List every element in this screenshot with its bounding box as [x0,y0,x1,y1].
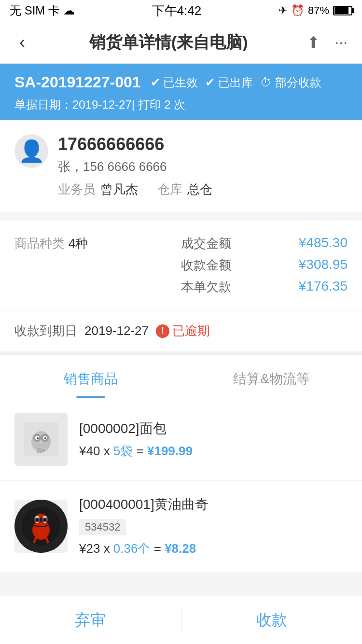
stats-left: 商品种类 4种 [14,235,181,257]
svg-rect-17 [33,518,49,522]
product-types-item: 商品种类 4种 [14,235,181,252]
due-date: 2019-12-27 [84,323,149,338]
alarm-icon: ⏰ [291,4,304,17]
customer-info: 17666666666 张，156 6666 6666 业务员 曾凡杰 仓库 总… [58,134,348,198]
cookie-thumb-svg [22,507,60,546]
owed-amount-value: ¥176.35 [299,279,348,295]
badge-shipped: ✔ 已出库 [205,75,253,90]
svg-point-6 [37,437,39,439]
tab-settlement[interactable]: 结算&物流等 [181,355,362,398]
received-amount-row: 收款金额 ¥308.95 [181,257,348,274]
product-equals-cookie: = [154,541,165,556]
product-info-cookie: [000400001]黄油曲奇 534532 ¥23 x 0.36个 = ¥8.… [79,495,348,557]
tab-settlement-label: 结算&物流等 [233,371,310,386]
bread-thumb-svg: 品+ [24,422,58,456]
product-qty-cookie: 0.36个 [113,541,151,556]
more-icon[interactable]: ··· [334,33,348,51]
order-date-line: 单据日期：2019-12-27| 打印 2 次 [14,97,348,112]
badge-effective: ✔ 已生效 [151,75,198,90]
date-label: 单据日期： [14,98,72,111]
product-qty-bread: 5袋 [113,444,133,458]
warehouse-name: 总仓 [187,181,212,198]
tab-sales-products[interactable]: 销售商品 [0,355,181,398]
product-thumb-bread: 品+ [14,413,68,466]
owl-image-placeholder [14,500,68,553]
due-section: 收款到期日 2019-12-27 ! 已逾期 [0,310,362,355]
order-date: 2019-12-27 [72,98,132,111]
customer-phone: 17666666666 [58,134,348,154]
back-button[interactable]: ‹ [14,28,30,57]
owed-amount-row: 本单欠款 ¥176.35 [181,279,348,295]
nav-right-actions: ⬆ ··· [307,33,348,52]
status-left: 无 SIM 卡 ☁ [10,3,75,18]
cancel-review-button[interactable]: 弃审 [0,600,181,641]
received-amount-value: ¥308.95 [299,257,348,274]
warehouse-label: 仓库 [157,181,182,198]
collect-payment-button[interactable]: 收款 [181,600,362,641]
svg-text:品+: 品+ [37,448,45,453]
product-thumb-cookie [14,500,68,553]
stats-section: 商品种类 4种 成交金额 ¥485.30 收款金额 ¥308.95 本单欠款 ¥… [0,221,362,310]
status-no-sim: 无 SIM 卡 ☁ [10,3,75,18]
avatar: 👤 [14,134,48,168]
status-right: ✈ ⏰ 87% [278,4,352,17]
sales-name: 曾凡杰 [100,181,138,198]
received-amount-label: 收款金额 [181,257,231,274]
badge-partial-payment: ⏱ 部分收款 [260,75,321,90]
product-equals-bread: = [137,444,147,458]
customer-meta: 业务员 曾凡杰 仓库 总仓 [58,181,348,198]
battery-text: 87% [308,4,329,17]
product-sku-cookie: 534532 [79,519,126,535]
product-unit-price-cookie: ¥23 [79,541,100,556]
product-unit-price-bread: ¥40 [79,444,100,458]
product-price-cookie: ¥23 x 0.36个 = ¥8.28 [79,540,348,557]
product-item-cookie: [000400001]黄油曲奇 534532 ¥23 x 0.36个 = ¥8.… [0,481,362,572]
deal-amount-label: 成交金额 [181,235,231,252]
product-total-cookie: ¥8.28 [165,541,196,556]
avatar-icon: 👤 [18,139,45,164]
bottom-bar: 弃审 收款 [0,596,362,644]
product-types-value: 4种 [69,236,88,251]
product-name-bread: [0000002]面包 [79,420,348,438]
product-types-label: 商品种类 [14,236,65,251]
overdue-icon: ! [156,324,169,338]
product-multiply-bread: x [104,444,113,458]
owed-amount-label: 本单欠款 [181,279,231,295]
sales-label: 业务员 [58,181,96,198]
product-item: 品+ [0000002]面包 ¥40 x 5袋 = ¥199.99 [0,398,362,481]
status-time: 下午4:42 [152,2,202,19]
share-icon[interactable]: ⬆ [307,33,320,52]
tabs-bar: 销售商品 结算&物流等 [0,355,362,398]
stats-right: 成交金额 ¥485.30 收款金额 ¥308.95 本单欠款 ¥176.35 [181,235,348,295]
nav-bar: ‹ 销货单详情(来自电脑) ⬆ ··· [0,21,362,64]
sales-person: 业务员 曾凡杰 [58,181,138,198]
overdue-badge: ! 已逾期 [156,322,210,339]
product-price-bread: ¥40 x 5袋 = ¥199.99 [79,443,348,460]
header-banner: SA-20191227-001 ✔ 已生效 ✔ 已出库 ⏱ 部分收款 单据日期：… [0,64,362,120]
product-total-bread: ¥199.99 [147,444,193,458]
status-badges: ✔ 已生效 ✔ 已出库 ⏱ 部分收款 [151,75,321,90]
page-title: 销货单详情(来自电脑) [89,31,248,54]
warehouse: 仓库 总仓 [157,181,212,198]
print-info: | 打印 2 次 [132,98,186,111]
deal-amount-value: ¥485.30 [299,235,348,252]
overdue-text: 已逾期 [172,322,210,339]
tab-sales-products-label: 销售商品 [64,371,118,386]
product-multiply-cookie: x [104,541,113,556]
status-bar: 无 SIM 卡 ☁ 下午4:42 ✈ ⏰ 87% [0,0,362,21]
product-list: 品+ [0000002]面包 ¥40 x 5袋 = ¥199.99 [0,398,362,572]
deal-amount-row: 成交金额 ¥485.30 [181,235,348,252]
location-icon: ✈ [278,4,287,17]
customer-section: 👤 17666666666 张，156 6666 6666 业务员 曾凡杰 仓库… [0,120,362,213]
svg-point-7 [44,437,46,439]
product-info-bread: [0000002]面包 ¥40 x 5袋 = ¥199.99 [79,420,348,460]
due-label: 收款到期日 [14,322,77,339]
order-number: SA-20191227-001 [14,73,141,91]
product-thumb-placeholder-bread: 品+ [14,413,68,466]
battery-icon [333,6,352,15]
customer-name-phone: 张，156 6666 6666 [58,158,348,175]
product-name-cookie: [000400001]黄油曲奇 [79,495,348,514]
